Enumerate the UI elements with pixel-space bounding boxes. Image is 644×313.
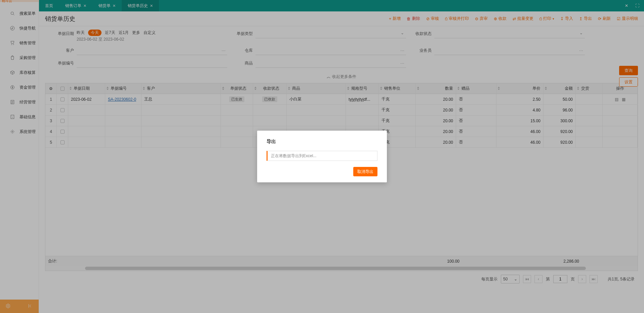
export-status-text: 正在将数据导出到Excel... bbox=[267, 151, 377, 161]
modal-overlay: 导出 正在将数据导出到Excel... 取消导出 bbox=[0, 0, 644, 313]
cancel-export-button[interactable]: 取消导出 bbox=[353, 167, 377, 176]
export-dialog: 导出 正在将数据导出到Excel... 取消导出 bbox=[257, 131, 387, 182]
export-dialog-title: 导出 bbox=[267, 139, 377, 145]
